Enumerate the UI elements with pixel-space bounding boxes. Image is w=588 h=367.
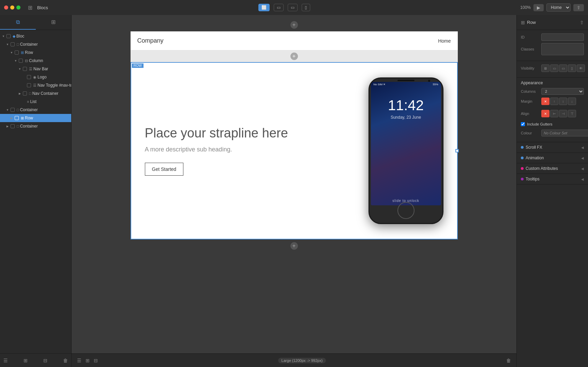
align-center-btn[interactable]: ⊣ xyxy=(559,110,567,117)
align-right-btn[interactable]: ⊤ xyxy=(568,110,576,117)
checkbox[interactable] xyxy=(11,42,15,46)
checkbox-bloc[interactable] xyxy=(6,34,11,38)
tree-item-bloc[interactable]: ▼ ◆ Bloc xyxy=(0,32,71,40)
margin-mid-btn[interactable]: ↕ xyxy=(559,98,567,105)
footer-menu-btn[interactable]: ☰ xyxy=(77,358,81,363)
checkbox[interactable] xyxy=(11,124,15,128)
align-x-btn[interactable]: ✕ xyxy=(541,110,549,117)
custom-attributes-section[interactable]: Custom Attributes ◀ xyxy=(517,163,588,174)
tooltips-section[interactable]: Tooltips ◀ xyxy=(517,174,588,185)
margin-top-btn[interactable]: ↑ xyxy=(550,98,558,105)
column-icon: ⊟ xyxy=(25,59,28,63)
delete-button[interactable]: 🗑 xyxy=(63,358,68,363)
id-input[interactable] xyxy=(541,33,584,41)
columns-select[interactable]: 2 xyxy=(541,88,584,95)
sidebar-tabs: ⧉ ⊞ xyxy=(0,15,71,30)
add-row-bottom[interactable]: + xyxy=(72,239,516,252)
tree-item-row2[interactable]: ▶ ⊞ Row xyxy=(0,114,71,122)
tree-item-container2[interactable]: ▼ □ Container xyxy=(0,106,71,114)
footer-delete-btn[interactable]: 🗑 xyxy=(506,358,511,363)
tree-item-navbar[interactable]: ▼ ☰ Nav Bar xyxy=(0,65,71,73)
scroll-fx-section[interactable]: Scroll FX ◀ xyxy=(517,142,588,153)
expand-icon[interactable]: ▼ xyxy=(1,34,5,38)
checkbox[interactable] xyxy=(15,50,19,55)
visibility-section: Visibility 🖥 ▭ ▭ ▯ 👁 xyxy=(517,61,588,78)
tab-assets[interactable]: ⊞ xyxy=(36,15,72,30)
expand-icon[interactable]: ▼ xyxy=(10,50,14,55)
add-row-middle[interactable]: + xyxy=(131,50,458,62)
list-icon: ≡ xyxy=(27,100,29,104)
panel-export-icon[interactable]: ⇧ xyxy=(580,20,584,25)
colour-input[interactable] xyxy=(541,130,588,136)
footer-rows-btn[interactable]: ⊟ xyxy=(94,358,98,363)
expand-icon[interactable]: ▼ xyxy=(5,108,10,112)
device-switcher: ⬜ ▭ ▭ ▯ xyxy=(51,4,517,11)
checkbox[interactable] xyxy=(19,59,23,63)
animation-section[interactable]: Animation ◀ xyxy=(517,153,588,163)
add-row-top[interactable]: + xyxy=(72,18,516,31)
tree-item-navtoggle[interactable]: ▶ ☰ Nav Toggle #nav-toggle xyxy=(0,81,71,89)
device-phone-btn[interactable]: ▯ xyxy=(302,4,310,11)
menu-button[interactable]: ☰ xyxy=(3,358,8,363)
expand-icon[interactable]: ▶ xyxy=(5,124,10,128)
margin-bot-btn[interactable]: ↓ xyxy=(568,98,576,105)
hero-section[interactable]: ROW Place your strapline here A more des… xyxy=(131,62,458,239)
expand-icon[interactable]: ▼ xyxy=(18,67,22,71)
preview-button[interactable]: ▶ xyxy=(533,4,544,11)
canvas-footer-left: ☰ ⊞ ⊟ xyxy=(77,358,98,363)
expand-icon[interactable]: ▼ xyxy=(5,42,10,46)
minimize-button[interactable] xyxy=(10,5,14,10)
bloc-icon: ◆ xyxy=(13,34,15,39)
visibility-label: Visibility xyxy=(521,66,541,70)
visibility-phone-btn[interactable]: ▯ xyxy=(568,64,576,72)
visibility-desktop-btn[interactable]: 🖥 xyxy=(541,64,549,72)
maximize-button[interactable] xyxy=(16,5,20,10)
margin-x-btn[interactable]: ✕ xyxy=(541,98,549,105)
canvas-scroll[interactable]: + Company Home + ROW Place your stra xyxy=(72,15,516,353)
visibility-tablet-btn[interactable]: ▭ xyxy=(550,64,558,72)
classes-input[interactable] xyxy=(541,43,584,55)
visibility-tablet-sm-btn[interactable]: ▭ xyxy=(559,64,567,72)
panel-title: Row xyxy=(527,20,536,25)
gutters-checkbox-row: Include Gutters xyxy=(521,122,584,126)
grid3-button[interactable]: ⊟ xyxy=(43,358,47,363)
footer-cols-btn[interactable]: ⊞ xyxy=(86,358,90,363)
align-left-btn[interactable]: ⊢ xyxy=(550,110,558,117)
logo-label: Logo xyxy=(37,75,47,79)
tree-item-logo[interactable]: ▶ ◉ Logo xyxy=(0,73,71,81)
checkbox[interactable] xyxy=(15,116,19,120)
tab-layers[interactable]: ⧉ xyxy=(0,15,36,30)
checkbox[interactable] xyxy=(27,83,31,87)
export-button[interactable]: ⇧ xyxy=(573,4,584,11)
container2-icon: □ xyxy=(17,108,19,112)
tree-item-container3[interactable]: ▶ □ Container xyxy=(0,122,71,130)
expand-icon[interactable]: ▶ xyxy=(18,91,22,96)
custom-attrs-label: Custom Attributes xyxy=(526,166,558,171)
grid2-button[interactable]: ⊞ xyxy=(24,358,28,363)
close-button[interactable] xyxy=(4,5,8,10)
expand-icon[interactable]: ▼ xyxy=(14,59,18,63)
visibility-eye-btn[interactable]: 👁 xyxy=(577,64,585,72)
navcontainer-label: Nav Container xyxy=(32,91,59,96)
tree-item-navcontainer[interactable]: ▶ □ Nav Container xyxy=(0,89,71,98)
device-tablet-lg-btn[interactable]: ▭ xyxy=(274,4,284,11)
tree-item-container1[interactable]: ▼ □ Container xyxy=(0,40,71,48)
plus-icon-bottom: + xyxy=(290,242,298,250)
device-tablet-sm-btn[interactable]: ▭ xyxy=(288,4,298,11)
gutters-row: Include Gutters xyxy=(517,121,588,128)
checkbox[interactable] xyxy=(23,67,27,71)
tree-item-row1[interactable]: ▼ ⊞ Row xyxy=(0,48,71,57)
panel-icon: ⊞ xyxy=(521,20,525,25)
colour-label: Colour xyxy=(521,131,541,135)
hero-cta-button[interactable]: Get Started xyxy=(145,163,184,176)
tree-item-list[interactable]: ▶ ≡ List xyxy=(0,98,71,106)
selection-handle[interactable] xyxy=(455,149,459,152)
gutters-checkbox[interactable] xyxy=(521,122,525,126)
checkbox[interactable] xyxy=(11,108,15,112)
tree-item-column1[interactable]: ▼ ⊟ Column xyxy=(0,57,71,65)
expand-icon[interactable]: ▶ xyxy=(10,116,14,120)
checkbox[interactable] xyxy=(23,91,27,96)
checkbox[interactable] xyxy=(27,75,31,79)
page-select[interactable]: Home xyxy=(546,3,571,12)
device-desktop-btn[interactable]: ⬜ xyxy=(258,4,270,11)
